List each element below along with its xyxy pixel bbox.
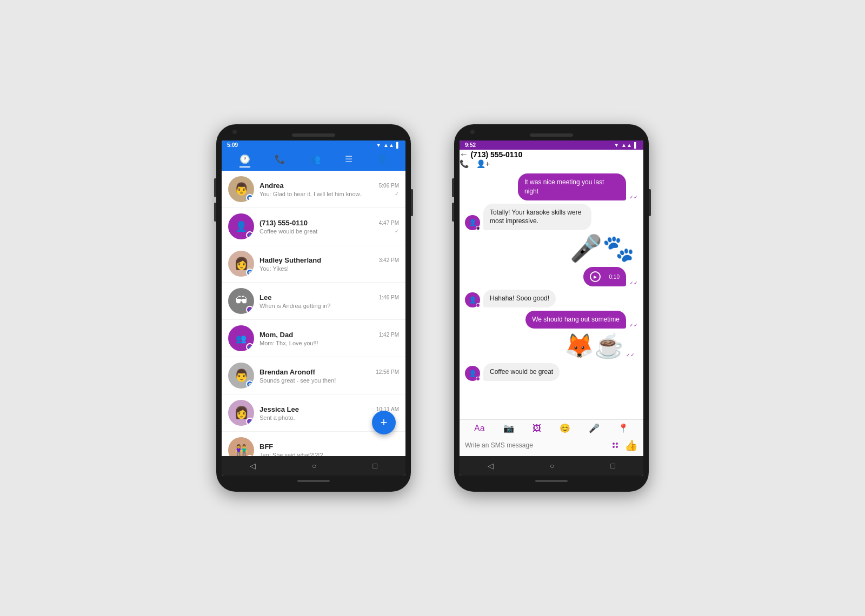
signal-icon-1: ▲▲: [383, 142, 394, 148]
phone-vol-down: [214, 203, 216, 222]
avatar: 👤 📱: [465, 215, 480, 230]
list-item[interactable]: 👫 👥 BFF Jen: She said what?!?!?: [222, 432, 405, 456]
conv-time: 1:46 PM: [379, 294, 399, 300]
avatar: 👩 👤: [228, 400, 254, 426]
list-item[interactable]: 👥 👥 Mom, Dad 1:42 PM Mom: Thx, Love you!…: [222, 320, 405, 357]
badge-icon: 👤: [246, 418, 254, 425]
phone-2: 9:52 ▼ ▲▲ ▌ ← (713) 555-0110 📞 👤+ It was…: [454, 124, 649, 492]
avatar-badge: [476, 377, 480, 381]
phone2-vol-up: [452, 178, 454, 197]
phone-top-bar: [222, 130, 405, 140]
status-bar-2: 9:52 ▼ ▲▲ ▌: [460, 140, 643, 150]
chat-input-area: 👍: [460, 437, 643, 456]
add-contact-button[interactable]: 👤+: [476, 159, 490, 168]
conv-info: Brendan Aronoff 12:56 PM Sounds great - …: [260, 368, 399, 384]
phone2-screen: 9:52 ▼ ▲▲ ▌ ← (713) 555-0110 📞 👤+ It was…: [460, 140, 643, 476]
phone1-nav-bar: ◁ ○ □: [222, 456, 405, 476]
nav-contacts-icon[interactable]: 👥: [310, 154, 321, 168]
wifi-icon-1: ▼: [376, 142, 381, 148]
nav-back-button-2[interactable]: ◁: [481, 459, 500, 472]
mic-icon[interactable]: 🎤: [589, 423, 600, 433]
chat-body: It was nice meeting you last night ✓✓ 👤 …: [460, 168, 643, 419]
dots-icon[interactable]: [613, 443, 618, 448]
phone2-side-button: [649, 189, 651, 216]
chat-input[interactable]: [465, 441, 608, 449]
phone1-screen: 5:09 ▼ ▲▲ ▌ 🕐 📞 👥 ☰ 👤 👨: [222, 140, 405, 476]
fab-compose-button[interactable]: +: [372, 411, 396, 434]
phone2-bottom-bar: [460, 476, 643, 486]
conv-name: Lee: [260, 293, 271, 302]
signal-icon-2: ▲▲: [621, 142, 632, 148]
list-item[interactable]: 👨 💬 Andrea 5:06 PM You: Glad to hear it.…: [222, 171, 405, 208]
phone1-bottom-bar: [222, 476, 405, 486]
thumbs-up-button[interactable]: 👍: [624, 439, 638, 452]
phone2-top-bar: [460, 130, 643, 140]
avatar: 👩 💬: [228, 251, 254, 277]
nav-recents-button[interactable]: □: [367, 459, 384, 472]
battery-icon-1: ▌: [396, 142, 400, 148]
conv-check: ✓: [395, 228, 399, 234]
conv-info: Mom, Dad 1:42 PM Mom: Thx, Love you!!!: [260, 331, 399, 346]
nav-menu-icon[interactable]: ☰: [345, 154, 352, 168]
message-row: 👤 Coffee would be great: [465, 363, 638, 381]
message-bubble-received: Hahaha! Sooo good!: [483, 290, 556, 307]
list-item[interactable]: 👤 👤 (713) 555-0110 4:47 PM Coffee would …: [222, 208, 405, 245]
message-bubble-sent: We should hang out sometime: [525, 311, 626, 329]
avatar-badge: 📱: [476, 226, 480, 230]
phone-1: 5:09 ▼ ▲▲ ▌ 🕐 📞 👥 ☰ 👤 👨: [216, 124, 411, 492]
list-item[interactable]: 👨 💬 Brendan Aronoff 12:56 PM Sounds grea…: [222, 357, 405, 394]
msg-checkmark: ✓✓: [629, 280, 638, 286]
list-item[interactable]: 🕶 👤 Lee 1:46 PM When is Andrea getting i…: [222, 283, 405, 320]
chat-toolbar: Aa 📷 🖼 😊 🎤 📍: [460, 419, 643, 437]
conv-name: Jessica Lee: [260, 405, 299, 413]
phone-vol-up: [214, 178, 216, 197]
avatar-badge: [476, 303, 480, 307]
app-nav-bar: 🕐 📞 👥 ☰ 👤: [222, 150, 405, 171]
camera-icon[interactable]: 📷: [503, 423, 514, 433]
list-item[interactable]: 👩 💬 Hadley Sutherland 3:42 PM You: Yikes…: [222, 245, 405, 283]
message-row: We should hang out sometime ✓✓: [465, 311, 638, 329]
audio-duration: 0:10: [609, 274, 620, 280]
phone2-nav-bar: ◁ ○ □: [460, 456, 643, 476]
conv-name: Hadley Sutherland: [260, 256, 321, 264]
call-button[interactable]: 📞: [460, 159, 469, 168]
conversation-list: 👨 💬 Andrea 5:06 PM You: Glad to hear it.…: [222, 171, 405, 456]
text-icon[interactable]: Aa: [474, 424, 485, 433]
gallery-icon[interactable]: 🖼: [533, 424, 541, 433]
play-button[interactable]: ▶: [590, 271, 601, 282]
emoji-icon[interactable]: 😊: [560, 423, 570, 433]
conv-info: Hadley Sutherland 3:42 PM You: Yikes!: [260, 256, 399, 272]
phone-side-button: [411, 189, 413, 216]
conv-info: (713) 555-0110 4:47 PM Coffee would be g…: [260, 219, 399, 235]
conv-time: 3:42 PM: [379, 257, 399, 263]
message-row: 👤 📱 Totally! Your karaoke skills were mo…: [465, 204, 638, 231]
badge-icon: 💬: [246, 194, 254, 202]
message-bubble-received: Totally! Your karaoke skills were most i…: [483, 204, 591, 231]
conv-preview: Coffee would be great: [260, 228, 392, 235]
conv-info: Andrea 5:06 PM You: Glad to hear it. I w…: [260, 182, 399, 197]
conv-preview: Mom: Thx, Love you!!!: [260, 340, 399, 346]
location-icon[interactable]: 📍: [618, 423, 629, 433]
conv-time: 5:06 PM: [379, 183, 399, 189]
msg-checkmark: ✓✓: [626, 352, 635, 358]
nav-recent-icon[interactable]: 🕐: [239, 154, 250, 168]
conv-info: Lee 1:46 PM When is Andrea getting in?: [260, 293, 399, 309]
nav-home-button[interactable]: ○: [305, 459, 323, 472]
nav-profile-icon[interactable]: 👤: [377, 154, 388, 168]
nav-back-button[interactable]: ◁: [243, 459, 262, 472]
audio-bubble: ▶ 0:10: [583, 267, 626, 286]
nav-home-button-2[interactable]: ○: [543, 459, 561, 472]
back-button[interactable]: ←: [460, 150, 468, 159]
nav-recents-button-2[interactable]: □: [604, 459, 622, 472]
phone2-speaker: [530, 133, 573, 137]
avatar: 👤: [465, 292, 480, 307]
sticker-row: 🎤🐾: [465, 233, 638, 264]
conv-check: ✓: [395, 191, 399, 197]
battery-icon-2: ▌: [634, 142, 638, 148]
phone2-vol-down: [452, 203, 454, 222]
conv-time: 12:56 PM: [376, 369, 399, 375]
status-bar-1: 5:09 ▼ ▲▲ ▌: [222, 140, 405, 150]
msg-checkmark: ✓✓: [629, 195, 638, 200]
phone-speaker: [292, 133, 335, 137]
nav-calls-icon[interactable]: 📞: [275, 154, 285, 168]
